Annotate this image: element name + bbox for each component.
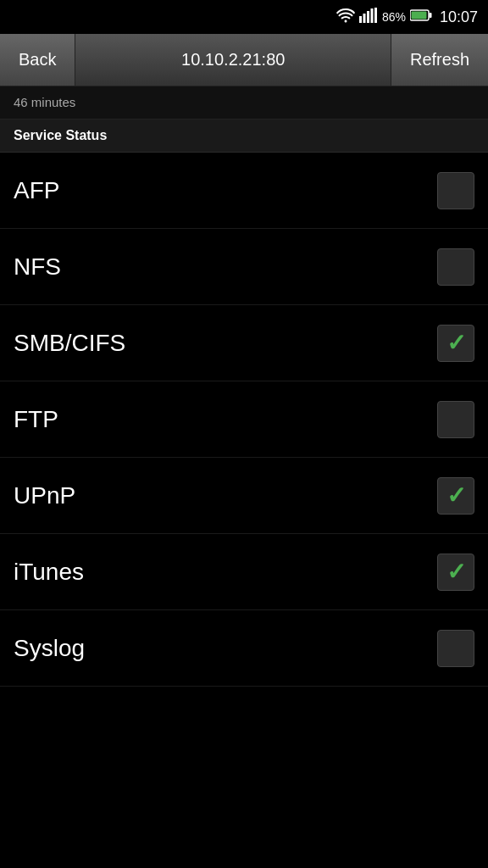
service-checkbox-ftp[interactable] (437, 401, 474, 438)
service-checkbox-afp[interactable] (437, 172, 474, 209)
svg-rect-1 (363, 14, 365, 23)
signal-icon (359, 8, 378, 26)
checkmark-itunes: ✓ (446, 560, 466, 584)
battery-icon (410, 9, 432, 25)
service-list: AFPNFSSMB/CIFS✓FTPUPnP✓iTunes✓Syslog (0, 153, 488, 687)
service-label-syslog: Syslog (14, 635, 85, 662)
svg-rect-4 (374, 8, 377, 23)
checkmark-smb: ✓ (446, 331, 466, 355)
service-item-ftp: FTP (0, 381, 488, 458)
service-label-afp: AFP (14, 177, 59, 204)
service-checkbox-upnp[interactable]: ✓ (437, 477, 474, 515)
service-label-ftp: FTP (14, 406, 58, 433)
subtitle-text: 46 minutes (14, 95, 75, 109)
battery-percent: 86% (382, 10, 406, 24)
status-bar: 86% 10:07 (0, 0, 488, 34)
top-bar: Back 10.10.2.21:80 Refresh (0, 34, 488, 86)
service-item-smb: SMB/CIFS✓ (0, 305, 488, 381)
service-checkbox-nfs[interactable] (437, 248, 474, 286)
wifi-icon (336, 8, 355, 26)
service-item-nfs: NFS (0, 229, 488, 305)
svg-rect-2 (367, 11, 369, 23)
subtitle-row: 46 minutes (0, 86, 488, 120)
back-button[interactable]: Back (0, 34, 75, 86)
service-label-itunes: iTunes (14, 559, 84, 586)
service-item-syslog: Syslog (0, 610, 488, 687)
service-checkbox-itunes[interactable]: ✓ (437, 554, 474, 591)
status-icons: 86% 10:07 (336, 8, 478, 26)
section-header-text: Service Status (14, 128, 107, 142)
svg-rect-6 (429, 13, 431, 18)
service-item-afp: AFP (0, 153, 488, 229)
service-label-smb: SMB/CIFS (14, 330, 125, 357)
svg-rect-3 (370, 8, 373, 23)
service-checkbox-smb[interactable]: ✓ (437, 325, 474, 362)
checkmark-upnp: ✓ (446, 484, 466, 508)
service-item-itunes: iTunes✓ (0, 534, 488, 610)
svg-rect-7 (411, 12, 426, 19)
service-item-upnp: UPnP✓ (0, 458, 488, 534)
svg-rect-0 (359, 16, 362, 23)
top-bar-title: 10.10.2.21:80 (75, 50, 391, 70)
section-header: Service Status (0, 120, 488, 153)
refresh-button[interactable]: Refresh (391, 34, 488, 86)
service-checkbox-syslog[interactable] (437, 630, 474, 667)
service-label-upnp: UPnP (14, 482, 75, 509)
service-label-nfs: NFS (14, 253, 61, 281)
status-time: 10:07 (440, 8, 478, 26)
